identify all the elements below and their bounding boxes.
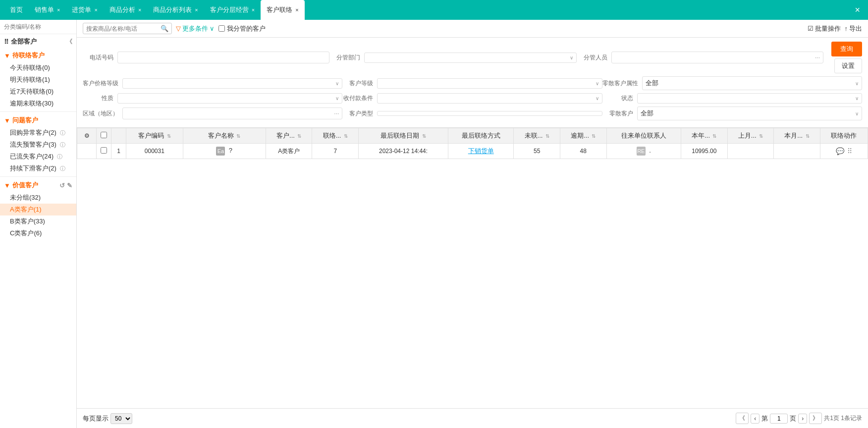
filter-retail-attr-select[interactable]: 全部 ∨: [642, 76, 862, 90]
sort-level-icon[interactable]: ⇅: [297, 133, 301, 139]
filter-nature: 性质 ∨: [83, 93, 342, 104]
close-sales-tab[interactable]: ×: [57, 7, 60, 13]
sidebar-item-b-class[interactable]: B类客户(33): [0, 215, 76, 227]
table-header-row: ⚙ 客户编码 ⇅ 客户名称 ⇅ 客户... ⇅: [77, 128, 868, 144]
nav-purchase[interactable]: 进货单 ×: [66, 0, 103, 20]
sidebar-item-churn-warning[interactable]: 流失预警客户(3) ⓘ: [0, 139, 76, 151]
filter-price-grade-select[interactable]: ∨: [122, 78, 342, 89]
filter-region-select[interactable]: ···: [122, 107, 342, 119]
toolbar-search-icon[interactable]: 🔍: [161, 25, 168, 32]
filter-retail-customer-select[interactable]: 全部 ∨: [637, 107, 862, 120]
row-select-checkbox[interactable]: [101, 147, 107, 154]
sidebar-item-today[interactable]: 今天待联络(0): [0, 62, 76, 74]
filter-dept-select[interactable]: ∨: [364, 53, 576, 63]
sort-code-icon[interactable]: ⇅: [167, 133, 171, 139]
close-customer-contact-tab[interactable]: ×: [295, 7, 298, 13]
sidebar-item-tomorrow[interactable]: 明天待联络(1): [0, 74, 76, 86]
sidebar-group-pending[interactable]: ▼ 待联络客户: [0, 49, 76, 62]
col-last-method: 最后联络方式: [448, 128, 514, 144]
filter-dept-label: 分管部门: [329, 54, 364, 62]
sidebar-all-customers[interactable]: ⠿ 全部客户 《: [0, 34, 76, 49]
prev-page-button[interactable]: ‹: [751, 414, 760, 424]
sidebar-item-repurchase-abnormal[interactable]: 回购异常客户(2) ⓘ: [0, 127, 76, 139]
my-customer-checkbox[interactable]: [218, 25, 225, 32]
sidebar-item-7days[interactable]: 近7天待联络(0): [0, 86, 76, 98]
filter-phone-input[interactable]: [117, 52, 329, 63]
nav-analysis-list[interactable]: 商品分析列表 ×: [147, 0, 204, 20]
filter-payment-select[interactable]: ∨: [377, 93, 602, 104]
nav-analysis[interactable]: 商品分析 ×: [104, 0, 147, 20]
sort-last-date-icon[interactable]: ⇅: [422, 133, 426, 139]
filter-row-1: 电话号码 分管部门 ∨ 分管人员 ···: [83, 42, 862, 73]
sidebar-group-value[interactable]: ▼ 价值客户 ↺ ✎: [0, 179, 76, 192]
value-refresh-icon[interactable]: ↺: [59, 182, 65, 189]
sidebar-collapse-icon[interactable]: 《: [66, 38, 72, 46]
sidebar-group-problem[interactable]: ▼ 问题客户: [0, 114, 76, 127]
sidebar-item-overdue[interactable]: 逾期未联络(30): [0, 98, 76, 109]
nav-sales[interactable]: 销售单 ×: [29, 0, 66, 20]
col-name[interactable]: 客户名称 ⇅: [183, 128, 266, 144]
close-analysis-tab[interactable]: ×: [138, 7, 141, 13]
query-button[interactable]: 查询: [831, 42, 862, 56]
last-page-button[interactable]: 》: [809, 413, 822, 424]
next-page-button[interactable]: ›: [798, 414, 807, 424]
sort-this-month-icon[interactable]: ⇅: [806, 133, 810, 139]
qr-action-icon[interactable]: ⠿: [847, 147, 852, 155]
sidebar-item-churned[interactable]: 已流失客户(24) ⓘ: [0, 151, 76, 162]
sidebar-item-ungrouped[interactable]: 未分组(32): [0, 192, 76, 204]
my-customer-checkbox-area[interactable]: 我分管的客户: [218, 24, 266, 33]
col-company-contact: 往来单位联系人: [606, 128, 681, 144]
batch-operation-button[interactable]: ☑ 批量操作: [808, 24, 841, 33]
nav-customer-tier[interactable]: 客户分层经营 ×: [204, 0, 261, 20]
close-analysis-list-tab[interactable]: ×: [195, 7, 198, 13]
last-method-link[interactable]: 下销货单: [468, 147, 494, 155]
nav-customer-contact[interactable]: 客户联络 ×: [261, 0, 304, 20]
sort-this-year-icon[interactable]: ⇅: [712, 133, 716, 139]
col-no-contact[interactable]: 未联... ⇅: [514, 128, 560, 144]
settings-button[interactable]: 设置: [834, 58, 862, 73]
filter-manager-label: 分管人员: [577, 54, 611, 62]
col-last-date[interactable]: 最后联络日期 ⇅: [359, 128, 448, 144]
row-last-method[interactable]: 下销货单: [448, 144, 514, 159]
col-action: 联络动作: [820, 128, 868, 144]
more-filter-button[interactable]: ▽ 更多条件 ∨: [176, 24, 215, 33]
export-button[interactable]: ↑ 导出: [845, 24, 863, 33]
filter-nature-select[interactable]: ∨: [117, 93, 342, 104]
col-settings[interactable]: ⚙: [77, 128, 97, 144]
col-code[interactable]: 客户编码 ⇅: [126, 128, 183, 144]
sidebar-item-c-class[interactable]: C类客户(6): [0, 227, 76, 239]
sort-last-month-icon[interactable]: ⇅: [759, 133, 763, 139]
col-last-month[interactable]: 上月... ⇅: [727, 128, 774, 144]
info-icon-churn-warning: ⓘ: [60, 142, 65, 148]
close-customer-tier-tab[interactable]: ×: [252, 7, 255, 13]
col-contact-count[interactable]: 联络... ⇅: [312, 128, 359, 144]
close-purchase-tab[interactable]: ×: [94, 7, 97, 13]
filter-status-select[interactable]: ∨: [637, 93, 862, 104]
sidebar-item-a-class[interactable]: A类客户(1): [0, 204, 76, 215]
col-level[interactable]: 客户... ⇅: [266, 128, 312, 144]
col-this-month[interactable]: 本月... ⇅: [774, 128, 820, 144]
first-page-button[interactable]: 《: [736, 413, 749, 424]
filter-customer-type-input[interactable]: [377, 111, 602, 116]
nav-home[interactable]: 首页: [4, 0, 29, 20]
col-this-year[interactable]: 本年... ⇅: [681, 128, 728, 144]
select-all-checkbox[interactable]: [101, 132, 107, 138]
sort-overdue-icon[interactable]: ⇅: [592, 133, 596, 139]
value-edit-icon[interactable]: ✎: [67, 182, 72, 189]
toolbar-search-input[interactable]: [86, 25, 161, 32]
sort-contact-count-icon[interactable]: ⇅: [344, 133, 348, 139]
global-close-button[interactable]: ×: [851, 5, 864, 15]
sidebar-item-declining[interactable]: 持续下滑客户(2) ⓘ: [0, 162, 76, 174]
sort-name-icon[interactable]: ⇅: [236, 133, 240, 139]
filter-manager-select[interactable]: ···: [611, 52, 823, 63]
row-checkbox[interactable]: [97, 144, 111, 159]
col-checkbox-all[interactable]: [97, 128, 111, 144]
row-contact-count: 7: [312, 144, 359, 159]
chat-action-icon[interactable]: 💬: [836, 147, 844, 155]
sort-no-contact-icon[interactable]: ⇅: [545, 133, 549, 139]
filter-customer-grade-select[interactable]: ∨: [377, 78, 602, 89]
per-page-select[interactable]: 50: [110, 413, 132, 424]
sidebar-search-input[interactable]: [4, 23, 77, 30]
page-number-input[interactable]: [770, 414, 788, 424]
col-overdue[interactable]: 逾期... ⇅: [560, 128, 607, 144]
